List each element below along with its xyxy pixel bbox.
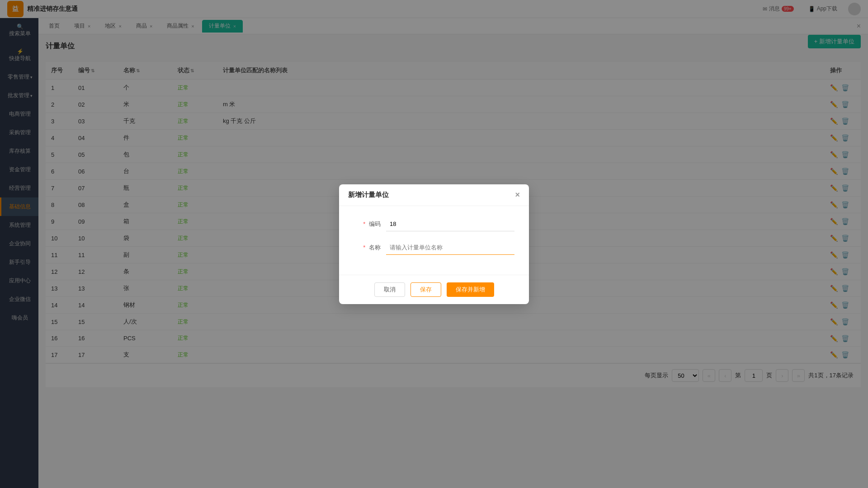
required-star-code: *	[363, 221, 365, 227]
modal-title: 新增计量单位	[348, 191, 389, 199]
code-label: * 编码	[354, 220, 381, 228]
add-unit-modal: 新增计量单位 × * 编码 * 名称 取消 保存 保存并新增	[339, 184, 529, 304]
name-label: * 名称	[354, 244, 381, 252]
code-form-row: * 编码	[354, 217, 514, 231]
modal-header: 新增计量单位 ×	[339, 184, 529, 206]
save-add-button[interactable]: 保存并新增	[447, 282, 494, 297]
name-form-row: * 名称	[354, 240, 514, 255]
name-input[interactable]	[386, 240, 514, 255]
modal-overlay: 新增计量单位 × * 编码 * 名称 取消 保存 保存并新增	[0, 0, 868, 488]
modal-body: * 编码 * 名称	[339, 206, 529, 275]
code-input[interactable]	[386, 217, 514, 231]
modal-footer: 取消 保存 保存并新增	[339, 275, 529, 304]
cancel-button[interactable]: 取消	[374, 282, 405, 297]
save-button[interactable]: 保存	[410, 282, 441, 297]
modal-close-button[interactable]: ×	[515, 191, 520, 199]
required-star-name: *	[363, 244, 365, 251]
